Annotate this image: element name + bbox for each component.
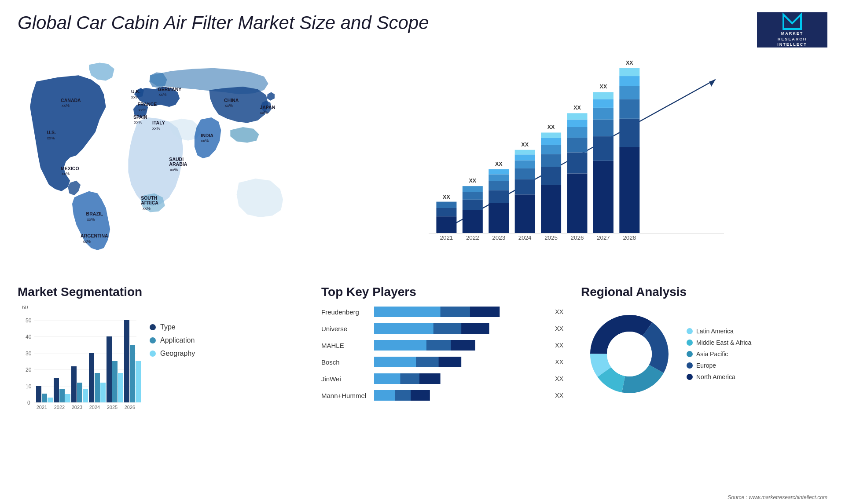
- svg-rect-150: [374, 390, 395, 401]
- svg-text:xx%: xx%: [152, 126, 161, 131]
- svg-rect-88: [619, 119, 639, 147]
- svg-text:60: 60: [22, 306, 28, 310]
- svg-rect-111: [48, 398, 53, 402]
- svg-rect-115: [65, 394, 70, 402]
- svg-text:U.K.: U.K.: [131, 89, 140, 94]
- svg-text:CANADA: CANADA: [61, 98, 81, 103]
- regional-dot-mea: [687, 340, 693, 346]
- donut-chart-area: Latin America Middle East & Africa Asia …: [581, 306, 823, 402]
- svg-rect-131: [136, 361, 141, 402]
- svg-text:30: 30: [26, 351, 32, 357]
- svg-text:0: 0: [27, 400, 30, 406]
- svg-rect-92: [619, 68, 639, 76]
- svg-text:xx%: xx%: [143, 206, 151, 211]
- svg-rect-55: [515, 194, 535, 233]
- svg-rect-45: [463, 186, 483, 192]
- svg-text:xx%: xx%: [62, 103, 70, 108]
- svg-text:BRAZIL: BRAZIL: [86, 211, 103, 216]
- svg-text:2027: 2027: [597, 234, 610, 241]
- svg-text:2025: 2025: [107, 405, 118, 410]
- player-value-universe: XX: [555, 325, 563, 332]
- regional-label-apac: Asia Pacific: [696, 351, 728, 358]
- svg-text:xx%: xx%: [260, 110, 268, 115]
- world-map: CANADA xx% U.S. xx% MEXICO xx% BRAZIL xx…: [18, 56, 308, 259]
- svg-rect-83: [593, 99, 614, 108]
- legend-geography-label: Geography: [160, 350, 195, 358]
- svg-text:GERMANY: GERMANY: [158, 87, 182, 92]
- svg-rect-57: [515, 168, 535, 179]
- svg-text:xx%: xx%: [83, 239, 91, 244]
- svg-rect-37: [436, 216, 456, 233]
- bar-chart-svg: XX 2021 XX 2022 XX 2023: [321, 56, 823, 259]
- legend-type-label: Type: [160, 323, 176, 331]
- svg-text:XX: XX: [547, 124, 555, 130]
- regional-title: Regional Analysis: [581, 285, 823, 299]
- svg-rect-82: [593, 108, 614, 120]
- svg-text:XX: XX: [626, 60, 633, 66]
- svg-text:xx%: xx%: [134, 120, 143, 124]
- svg-rect-43: [463, 200, 483, 210]
- segmentation-chart-area: 0 10 20 30 40 50 60 2021: [18, 306, 308, 429]
- key-players-title: Top Key Players: [321, 285, 563, 299]
- svg-rect-110: [42, 394, 47, 402]
- svg-rect-126: [112, 361, 118, 402]
- legend-application: Application: [150, 336, 195, 344]
- regional-item-apac: Asia Pacific: [687, 351, 751, 358]
- regional-item-latin: Latin America: [687, 328, 751, 335]
- regional-label-latin: Latin America: [696, 328, 734, 335]
- svg-rect-74: [567, 127, 588, 138]
- svg-text:xx%: xx%: [131, 95, 140, 99]
- svg-point-157: [607, 332, 652, 376]
- svg-rect-114: [59, 389, 65, 402]
- svg-text:SPAIN: SPAIN: [133, 114, 147, 120]
- svg-rect-144: [374, 357, 416, 367]
- svg-text:XX: XX: [573, 105, 581, 111]
- player-name-freudenberg: Freudenberg: [321, 308, 370, 316]
- svg-rect-39: [436, 202, 456, 208]
- svg-rect-38: [436, 208, 456, 216]
- svg-rect-91: [619, 76, 639, 86]
- svg-text:SAUDI: SAUDI: [169, 157, 184, 162]
- svg-text:MEXICO: MEXICO: [61, 166, 79, 171]
- svg-rect-65: [541, 154, 561, 167]
- svg-rect-75: [567, 120, 588, 127]
- svg-rect-42: [463, 210, 483, 234]
- svg-rect-138: [374, 323, 434, 334]
- svg-text:2028: 2028: [623, 234, 636, 241]
- logo-text: MARKET RESEARCH INTELLECT: [777, 31, 807, 47]
- player-value-mahle: XX: [555, 342, 563, 349]
- svg-rect-84: [593, 92, 614, 99]
- svg-text:ARGENTINA: ARGENTINA: [81, 233, 108, 238]
- svg-rect-147: [374, 373, 400, 384]
- regional-dot-latin: [687, 328, 693, 334]
- bar-chart-container: XX 2021 XX 2022 XX 2023: [321, 56, 823, 259]
- svg-text:U.S.: U.S.: [47, 130, 56, 135]
- regional-item-mea: Middle East & Africa: [687, 339, 751, 346]
- svg-marker-0: [783, 15, 801, 29]
- svg-text:XX: XX: [521, 142, 529, 148]
- svg-text:XX: XX: [443, 194, 450, 200]
- bottom-right-panels: Top Key Players Freudenberg XX Universe: [312, 281, 832, 499]
- svg-rect-113: [54, 378, 59, 402]
- svg-rect-67: [541, 138, 561, 145]
- svg-text:JAPAN: JAPAN: [260, 105, 275, 110]
- svg-rect-50: [489, 181, 509, 190]
- svg-text:2026: 2026: [571, 234, 584, 241]
- player-bar-mann-hummel: [374, 389, 548, 402]
- player-value-bosch: XX: [555, 358, 563, 365]
- page-title: Global Car Cabin Air Filter Market Size …: [18, 12, 429, 33]
- player-row-mahle: MAHLE XX: [321, 339, 563, 351]
- svg-rect-48: [489, 203, 509, 234]
- player-value-freudenberg: XX: [555, 308, 563, 315]
- segmentation-title: Market Segmentation: [18, 285, 308, 299]
- svg-rect-127: [118, 373, 123, 402]
- player-name-mahle: MAHLE: [321, 342, 370, 349]
- player-name-mann-hummel: Mann+Hummel: [321, 392, 370, 399]
- svg-text:xx%: xx%: [170, 167, 178, 172]
- svg-rect-56: [515, 179, 535, 195]
- svg-rect-71: [567, 173, 588, 233]
- svg-rect-79: [593, 161, 614, 234]
- svg-rect-68: [541, 132, 561, 138]
- svg-text:xx%: xx%: [201, 139, 209, 143]
- svg-rect-118: [77, 383, 82, 402]
